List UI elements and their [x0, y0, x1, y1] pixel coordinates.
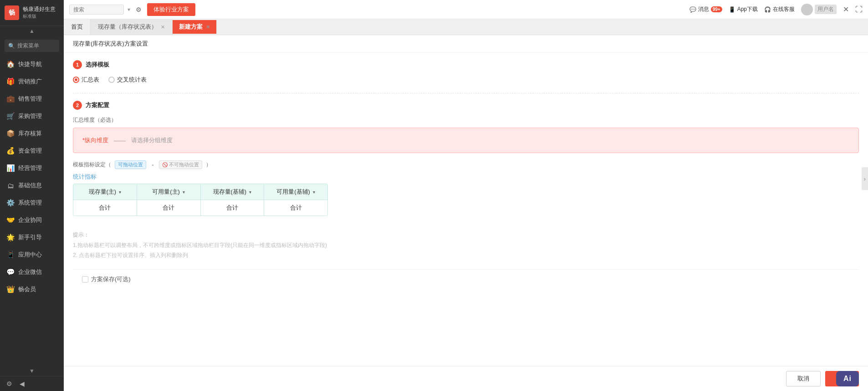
sidebar-item-wechat[interactable]: 💬 企业微信 — [0, 263, 64, 281]
tips-section: 提示： 1.拖动标题栏可以调整布局，不可跨维度或指标区域拖动栏目字段(只能在同一… — [73, 226, 859, 260]
sidebar-item-app-center[interactable]: 📱 应用中心 — [0, 246, 64, 263]
sidebar-item-operation[interactable]: 📊 经营管理 — [0, 159, 64, 177]
base-icon: 🗂 — [6, 181, 15, 190]
action-bar: 取消 查询 — [64, 366, 868, 391]
tab-home[interactable]: 首页 — [64, 19, 91, 35]
stats-col-1-header[interactable]: 现存量(主) ▾ — [73, 184, 137, 200]
indicator-suffix: ） — [206, 161, 211, 169]
content-header: 现存量(库存状况表)方案设置 — [64, 35, 868, 53]
tab-inventory-close-icon[interactable]: ✕ — [161, 24, 165, 30]
app-download-btn[interactable]: 📱 App下载 — [729, 5, 758, 13]
stats-col-4-value: 合计 — [290, 204, 302, 212]
right-panel-btn[interactable]: › — [862, 167, 868, 190]
stats-col-1: 现存量(主) ▾ 合计 — [73, 184, 137, 216]
radio-cross-btn[interactable] — [108, 77, 115, 83]
topbar-right: 💬 消息 99+ 📱 App下载 🎧 在线客服 用户名 ✕ ⛶ — [689, 4, 863, 15]
stats-col-2-header[interactable]: 可用量(主) ▾ — [137, 184, 200, 200]
sidebar-item-label: 采购管理 — [18, 112, 42, 120]
operation-icon: 📊 — [6, 164, 15, 172]
save-option-label: 方案保存(可选) — [91, 275, 131, 283]
tab-new-plan[interactable]: 新建方案 ✕ — [173, 20, 217, 34]
save-checkbox[interactable] — [82, 276, 88, 283]
sidebar-item-finance[interactable]: 💰 资金管理 — [0, 142, 64, 159]
gear-icon[interactable]: ⚙ — [134, 4, 143, 15]
step2-title: 方案配置 — [86, 101, 109, 109]
sidebar-item-label: 经营管理 — [18, 164, 42, 172]
search-label: 搜索菜单 — [17, 42, 39, 50]
sidebar-search[interactable]: 🔍 搜索菜单 — [5, 40, 59, 52]
scroll-up-btn[interactable]: ▲ — [0, 26, 64, 36]
dimension-placeholder[interactable]: 请选择分组维度 — [131, 136, 173, 144]
step2-num: 2 — [73, 101, 82, 110]
content-body: 1 选择模板 汇总表 交叉统计表 2 — [64, 53, 868, 296]
stats-table: 现存量(主) ▾ 合计 — [73, 184, 328, 216]
member-icon: 👑 — [6, 285, 15, 293]
breadcrumb-input[interactable] — [69, 5, 124, 15]
marketing-icon: 🎁 — [6, 77, 15, 86]
stats-col-1-value: 合计 — [99, 204, 111, 212]
cancel-button[interactable]: 取消 — [786, 371, 821, 386]
sidebar-item-system[interactable]: ⚙️ 系统管理 — [0, 194, 64, 211]
chevron-down-icon-4[interactable]: ▾ — [313, 190, 315, 195]
app-center-icon: 📱 — [6, 251, 15, 259]
stats-col-3-header[interactable]: 现存量(基辅) ▾ — [201, 184, 264, 200]
radio-cross[interactable]: 交叉统计表 — [108, 76, 147, 84]
sidebar-item-marketing[interactable]: 🎁 营销推广 — [0, 73, 64, 90]
settings-footer-icon[interactable]: ⚙ — [6, 380, 12, 387]
search-icon: 🔍 — [8, 43, 15, 49]
messages-btn[interactable]: 💬 消息 99+ — [689, 5, 722, 13]
chevron-down-icon-1[interactable]: ▾ — [119, 190, 121, 195]
cooperation-icon: 🤝 — [6, 216, 15, 224]
logo-text: 畅康通好生意 标准版 — [23, 6, 56, 20]
close-window-btn[interactable]: ✕ — [843, 6, 849, 13]
chevron-down-icon-2[interactable]: ▾ — [183, 190, 185, 195]
tab-home-label: 首页 — [71, 23, 83, 31]
step1-header: 1 选择模板 — [73, 60, 859, 69]
dimension-dashes: —— — [114, 137, 126, 144]
stats-col-3-value: 合计 — [226, 204, 238, 212]
finance-icon: 💰 — [6, 147, 15, 155]
vertical-dim-required: *纵向维度 — [82, 136, 108, 144]
avatar — [801, 4, 813, 15]
radio-summary[interactable]: 汇总表 — [73, 76, 99, 84]
message-label: 消息 — [698, 5, 709, 13]
dropdown-arrow-icon[interactable]: ▾ — [128, 6, 130, 13]
step2-header: 2 方案配置 — [73, 101, 859, 110]
sidebar-item-sales[interactable]: 💼 销售管理 — [0, 90, 64, 108]
sidebar-item-label: 资金管理 — [18, 147, 42, 155]
dimension-box: *纵向维度 —— 请选择分组维度 — [73, 128, 859, 153]
collapse-footer-icon[interactable]: ◀ — [20, 380, 25, 387]
save-option: 方案保存(可选) — [73, 269, 859, 289]
online-service-btn[interactable]: 🎧 在线客服 — [764, 5, 795, 13]
sidebar-item-cooperation[interactable]: 🤝 企业协同 — [0, 211, 64, 229]
expand-window-btn[interactable]: ⛶ — [855, 6, 863, 13]
sidebar-item-new-guide[interactable]: 🌟 新手引导 — [0, 229, 64, 246]
indicator-label-row: 模板指标设定（ 可拖动位置 ▪ 🚫 不可拖动位置 ） — [73, 160, 859, 169]
sidebar: 畅 畅康通好生意 标准版 ▲ 🔍 搜索菜单 🏠 快捷导航 🎁 营销推广 💼 销售… — [0, 0, 64, 391]
stats-table-section: 统计指标 现存量(主) ▾ 合计 — [73, 173, 859, 217]
scroll-down-btn[interactable]: ▼ — [0, 366, 64, 376]
trial-btn[interactable]: 体验行业方案 — [147, 3, 195, 16]
sidebar-item-inventory[interactable]: 📦 库存核算 — [0, 125, 64, 142]
tab-new-plan-close-icon[interactable]: ✕ — [206, 24, 210, 30]
sidebar-item-purchase[interactable]: 🛒 采购管理 — [0, 108, 64, 125]
step2-content: 汇总维度（必选） *纵向维度 —— 请选择分组维度 模板指标设定（ 可拖动位置 … — [73, 116, 859, 260]
indicator-settings: 模板指标设定（ 可拖动位置 ▪ 🚫 不可拖动位置 ） 统计指标 — [73, 160, 859, 217]
sidebar-item-base[interactable]: 🗂 基础信息 — [0, 177, 64, 194]
template-options: 汇总表 交叉统计表 — [73, 76, 859, 84]
sidebar-item-quick-nav[interactable]: 🏠 快捷导航 — [0, 56, 64, 73]
sidebar-item-label: 新手引导 — [18, 233, 42, 242]
step1-num: 1 — [73, 60, 82, 69]
radio-summary-btn[interactable] — [73, 77, 79, 83]
sidebar-item-member[interactable]: 👑 畅会员 — [0, 281, 64, 298]
stats-col-2: 可用量(主) ▾ 合计 — [137, 184, 201, 216]
stats-col-4-header[interactable]: 可用量(基辅) ▾ — [264, 184, 327, 200]
wechat-icon: 💬 — [6, 268, 15, 276]
user-menu[interactable]: 用户名 — [801, 4, 837, 15]
ai-badge[interactable]: Ai — [836, 371, 859, 386]
tab-new-plan-label: 新建方案 — [179, 23, 203, 31]
sales-icon: 💼 — [6, 95, 15, 103]
sidebar-item-label: 企业协同 — [18, 216, 42, 224]
chevron-down-icon-3[interactable]: ▾ — [249, 190, 251, 195]
tab-inventory-status[interactable]: 现存量（库存状况表） ✕ — [91, 19, 173, 35]
